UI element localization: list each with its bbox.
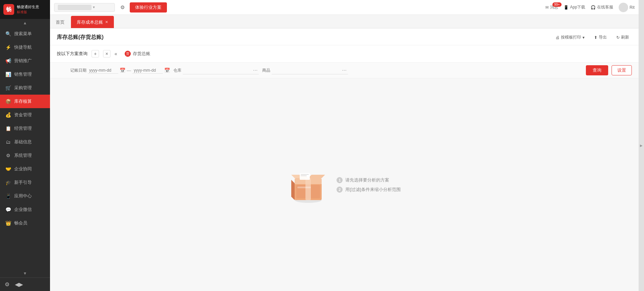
query-button[interactable]: 查询 bbox=[586, 65, 608, 75]
sidebar-item-label: 销售管理 bbox=[14, 71, 32, 77]
finance-icon: 💰 bbox=[5, 112, 11, 118]
svg-rect-10 bbox=[301, 174, 309, 175]
svg-rect-4 bbox=[305, 178, 311, 200]
app-download-button[interactable]: 📱 App下载 bbox=[564, 4, 585, 10]
tabs-bar: 首页 库存成本总账 ✕ bbox=[50, 15, 639, 28]
calendar-start-icon[interactable]: 📅 bbox=[120, 68, 125, 73]
date-separator: — bbox=[127, 68, 131, 73]
topbar: ▾ ⚙ 体验行业方案 ✉ 消息 99+ 📱 App下载 🎧 在线客服 Rit bbox=[50, 0, 639, 15]
home-tab-label: 首页 bbox=[56, 19, 65, 25]
goods-input[interactable] bbox=[273, 68, 341, 73]
refresh-icon: ↻ bbox=[616, 35, 620, 40]
app-download-label: App下载 bbox=[570, 4, 585, 10]
sidebar-item-label: 快捷导航 bbox=[14, 44, 32, 50]
sidebar-item-label: 企业协同 bbox=[14, 166, 32, 172]
empty-hint-2: 2 用[过滤]条件来缩小分析范围 bbox=[337, 187, 400, 193]
filter-row: 记账日期 📅 — 📅 仓库 ··· 商品 ··· bbox=[50, 63, 639, 78]
sidebar-scroll-down[interactable]: ▼ bbox=[0, 269, 50, 277]
tab-inventory-cost[interactable]: 库存成本总账 ✕ bbox=[71, 16, 114, 28]
sidebar-item-purchase[interactable]: 🛒 采购管理 bbox=[0, 81, 50, 95]
settings-button[interactable]: 设置 bbox=[612, 65, 632, 75]
sidebar-item-app-center[interactable]: 📱 应用中心 bbox=[0, 189, 50, 203]
warehouse-more-icon[interactable]: ··· bbox=[253, 67, 257, 73]
filter-bar: 按以下方案查询 + × « 货 存货总账 bbox=[50, 45, 639, 63]
sidebar-item-label: 采购管理 bbox=[14, 85, 32, 91]
sidebar-scroll-up[interactable]: ▲ bbox=[0, 19, 50, 27]
sidebar-footer: ⚙ ◀▶ bbox=[0, 277, 50, 291]
message-button[interactable]: ✉ 消息 99+ bbox=[545, 4, 558, 10]
breadcrumb[interactable]: ▾ bbox=[54, 3, 115, 12]
empty-illustration bbox=[288, 165, 328, 205]
collapse-icon[interactable]: ◀▶ bbox=[15, 281, 23, 288]
sidebar-item-operations[interactable]: 📋 经营管理 bbox=[0, 122, 50, 135]
sidebar-item-basic[interactable]: 🗂 基础信息 bbox=[0, 135, 50, 149]
print-label: 按模板打印 bbox=[561, 34, 581, 40]
sidebar-item-label: 系统管理 bbox=[14, 152, 32, 159]
filter-add-button[interactable]: + bbox=[92, 50, 99, 57]
filter-collapse-button[interactable]: « bbox=[115, 51, 117, 56]
calendar-end-icon[interactable]: 📅 bbox=[164, 68, 170, 73]
goods-input-wrap: ··· bbox=[272, 67, 348, 74]
date-start-input[interactable] bbox=[88, 67, 118, 74]
goods-more-icon[interactable]: ··· bbox=[342, 67, 346, 73]
breadcrumb-text bbox=[58, 5, 92, 10]
date-end-input[interactable] bbox=[132, 67, 163, 74]
sidebar-item-search[interactable]: 🔍 搜索菜单 bbox=[0, 27, 50, 41]
empty-hints: 1 请先选择要分析的方案 2 用[过滤]条件来缩小分析范围 bbox=[337, 177, 400, 193]
main-area: ▾ ⚙ 体验行业方案 ✉ 消息 99+ 📱 App下载 🎧 在线客服 Rit bbox=[50, 0, 639, 291]
industry-solution-button[interactable]: 体验行业方案 bbox=[130, 2, 167, 13]
page-header-actions: 🖨 按模板打印 ▾ ⬆ 导出 ↻ 刷新 bbox=[553, 33, 632, 42]
operations-icon: 📋 bbox=[5, 125, 11, 132]
guide-icon: 🎓 bbox=[5, 179, 11, 186]
user-name: Rit bbox=[629, 5, 635, 10]
online-service-button[interactable]: 🎧 在线客服 bbox=[591, 4, 613, 10]
user-avatar[interactable]: Rit bbox=[619, 3, 635, 12]
refresh-label: 刷新 bbox=[621, 34, 629, 40]
empty-hint-1: 1 请先选择要分析的方案 bbox=[337, 177, 400, 183]
filter-clear-button[interactable]: × bbox=[103, 50, 110, 57]
sidebar-item-inventory[interactable]: 📦 库存核算 bbox=[0, 95, 50, 108]
sidebar-item-finance[interactable]: 💰 资金管理 bbox=[0, 108, 50, 122]
scheme-item-inventory[interactable]: 货 存货总账 bbox=[121, 49, 154, 59]
app-center-icon: 📱 bbox=[5, 193, 11, 199]
hint-number-1: 1 bbox=[337, 177, 343, 183]
tab-home[interactable]: 首页 bbox=[50, 16, 70, 28]
topbar-right: ✉ 消息 99+ 📱 App下载 🎧 在线客服 Rit bbox=[545, 3, 635, 12]
sidebar-item-label: 应用中心 bbox=[14, 193, 32, 199]
settings-icon[interactable]: ⚙ bbox=[5, 281, 9, 288]
sidebar-item-label: 库存核算 bbox=[14, 98, 32, 104]
gear-button[interactable]: ⚙ bbox=[118, 3, 127, 12]
tab-close-icon[interactable]: ✕ bbox=[105, 20, 108, 24]
warehouse-input[interactable] bbox=[184, 68, 252, 73]
warehouse-label: 仓库 bbox=[173, 68, 181, 73]
sidebar-item-shortcut[interactable]: ⚡ 快捷导航 bbox=[0, 41, 50, 54]
sidebar-item-sales[interactable]: 📊 销售管理 bbox=[0, 68, 50, 81]
sidebar-item-system[interactable]: ⚙ 系统管理 bbox=[0, 149, 50, 162]
print-icon: 🖨 bbox=[555, 35, 560, 40]
print-template-button[interactable]: 🖨 按模板打印 ▾ bbox=[553, 33, 587, 42]
sidebar-item-label: 基础信息 bbox=[14, 139, 32, 145]
export-label: 导出 bbox=[599, 34, 607, 40]
refresh-button[interactable]: ↻ 刷新 bbox=[614, 33, 632, 42]
svg-rect-5 bbox=[297, 187, 311, 188]
scheme-icon: 货 bbox=[125, 51, 131, 57]
sidebar-item-label: 企业微信 bbox=[14, 207, 32, 213]
inventory-icon: 📦 bbox=[5, 98, 11, 105]
right-panel[interactable]: ▶ bbox=[639, 0, 644, 291]
svg-rect-11 bbox=[301, 175, 307, 176]
logo-icon: 畅 bbox=[3, 4, 14, 15]
sidebar-item-label: 搜索菜单 bbox=[14, 31, 32, 37]
sidebar-item-cooperation[interactable]: 🤝 企业协同 bbox=[0, 162, 50, 176]
sidebar-item-vip[interactable]: 👑 畅会员 bbox=[0, 216, 50, 230]
sidebar-item-wechat[interactable]: 💬 企业微信 bbox=[0, 203, 50, 216]
sales-icon: 📊 bbox=[5, 71, 11, 78]
sidebar-item-guide[interactable]: 🎓 新手引导 bbox=[0, 176, 50, 189]
goods-label: 商品 bbox=[262, 68, 270, 73]
wechat-icon: 💬 bbox=[5, 206, 11, 213]
hint-number-2: 2 bbox=[337, 187, 343, 193]
sidebar-item-marketing[interactable]: 📢 营销推广 bbox=[0, 54, 50, 68]
online-service-label: 在线客服 bbox=[597, 4, 613, 10]
cooperation-icon: 🤝 bbox=[5, 166, 11, 172]
date-filter-group: 记账日期 📅 — 📅 bbox=[70, 67, 170, 74]
export-button[interactable]: ⬆ 导出 bbox=[591, 33, 610, 42]
